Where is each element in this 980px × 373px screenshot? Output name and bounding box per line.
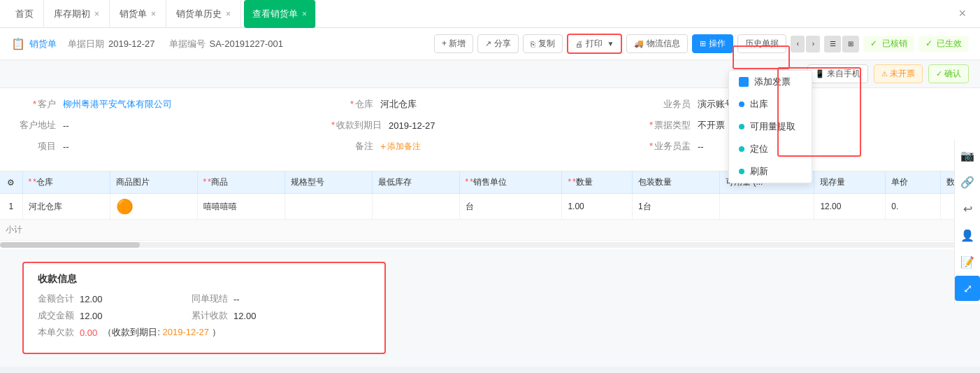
horizontal-scrollbar[interactable] xyxy=(0,242,980,248)
warehouse-field: 仓库 河北仓库 xyxy=(331,98,649,111)
from-phone-button[interactable]: 📱 来自手机 xyxy=(807,64,868,83)
td-min-stock xyxy=(372,194,459,220)
window-close-button[interactable]: × xyxy=(950,6,974,21)
current-due-item: 本单欠款 0.00 （收款到期日: 2019-12-27 ） xyxy=(38,326,317,339)
payment-section: 收款信息 金额合计 12.00 同单现结 -- 成交金额 12.00 累计收款 … xyxy=(0,249,980,367)
scrollbar-thumb[interactable] xyxy=(0,242,140,248)
not-open-button[interactable]: ⚠ 未开票 xyxy=(874,64,923,83)
due-date-label: 收款到期日 xyxy=(331,119,382,132)
doc-header: 📋 销货单 单据日期 2019-12-27 单据编号 SA-20191227-0… xyxy=(0,28,980,60)
refresh-label: 刷新 xyxy=(750,165,768,178)
dropdown-refresh[interactable]: 刷新 xyxy=(729,160,812,183)
customer-value[interactable]: 柳州粤港平安气体有限公司 xyxy=(63,98,172,111)
td-warehouse: 河北仓库 xyxy=(22,194,110,220)
sidebar-expand-icon[interactable]: ⤢ xyxy=(955,276,980,301)
sidebar-note-icon[interactable]: 📝 xyxy=(955,249,980,274)
td-product: 嘻嘻嘻嘻 xyxy=(197,194,284,220)
nav-prev-button[interactable]: ‹ xyxy=(791,36,805,52)
product-table: ⚙ *仓库 商品图片 *商品 规格型号 最低库存 *销售单位 *数量 包装数量 … xyxy=(0,171,980,241)
add-invoice-icon xyxy=(739,77,749,87)
same-order-item: 同单现结 -- xyxy=(192,293,317,305)
dropdown-outbound[interactable]: 出库 xyxy=(729,93,812,115)
share-button[interactable]: ↗ 分享 xyxy=(477,34,519,53)
cumulative-value: 12.00 xyxy=(233,311,257,321)
tab-inventory-close[interactable]: × xyxy=(94,9,99,19)
tab-view-sales-label: 查看销货单 xyxy=(252,8,298,20)
history-button[interactable]: 历史单据 xyxy=(737,34,786,53)
effective-label: 已生效 xyxy=(937,38,962,48)
operation-dropdown: 添加发票 出库 可用量提取 定位 刷新 xyxy=(728,70,812,183)
table-row: 1 河北仓库 🟠 嘻嘻嘻嘻 台 1.00 1台 12.00 0. xyxy=(0,194,980,220)
dropdown-locate[interactable]: 定位 xyxy=(729,138,812,160)
history-button-label: 历史单据 xyxy=(745,38,779,50)
table-header-row: ⚙ *仓库 商品图片 *商品 规格型号 最低库存 *销售单位 *数量 包装数量 … xyxy=(0,171,980,194)
product-image-icon: 🟠 xyxy=(116,199,134,214)
amount-total-label: 金额合计 xyxy=(38,293,74,305)
th-quantity: *数量 xyxy=(562,171,633,194)
tab-inventory[interactable]: 库存期初 × xyxy=(44,0,110,28)
warehouse-label: 仓库 xyxy=(331,98,373,111)
nav-next-button[interactable]: › xyxy=(806,36,820,52)
due-date-orange: 2019-12-27 xyxy=(163,327,210,337)
tab-sales-close[interactable]: × xyxy=(151,9,156,19)
due-date-value: 2019-12-27 xyxy=(389,120,435,131)
tab-history-close[interactable]: × xyxy=(226,9,231,19)
tab-view-sales[interactable]: 查看销货单 × xyxy=(244,0,316,28)
sidebar-link-icon[interactable]: 🔗 xyxy=(955,169,980,195)
view-single-button[interactable]: ☰ xyxy=(824,36,841,52)
tab-sales[interactable]: 销货单 × xyxy=(110,0,166,28)
customer-field: 客户 柳州粤港平安气体有限公司 xyxy=(14,98,331,111)
form-area: 客户 柳州粤港平安气体有限公司 仓库 河北仓库 业务员 演示账号 客户地址 --… xyxy=(0,88,980,171)
td-no: 1 xyxy=(0,194,22,220)
cancelled-badge: ✓ 已核销 xyxy=(863,36,914,52)
tab-history-label: 销货单历史 xyxy=(176,8,222,20)
ticket-type-label: 票据类型 xyxy=(649,119,691,132)
project-label: 项目 xyxy=(14,140,56,153)
dropdown-add-invoice[interactable]: 添加发票 xyxy=(729,71,812,93)
sidebar-return-icon[interactable]: ↩ xyxy=(955,196,980,221)
action-bar: 📱 来自手机 ⚠ 未开票 ✓ 确认 xyxy=(0,60,980,88)
doc-type-label: 销货单 xyxy=(29,38,57,50)
logistics-button[interactable]: 🚚 物流信息 xyxy=(626,34,688,53)
add-invoice-label: 添加发票 xyxy=(754,76,791,88)
locate-label: 定位 xyxy=(750,143,768,155)
sidebar-user-icon[interactable]: 👤 xyxy=(955,223,980,248)
form-row-2: 客户地址 -- 收款到期日 2019-12-27 票据类型 不开票 xyxy=(14,119,966,132)
sidebar-camera-icon[interactable]: 📷 xyxy=(955,143,980,168)
remarks-label: 备注 xyxy=(331,140,373,153)
operation-button[interactable]: ⊞ 操作 xyxy=(692,34,733,53)
confirm-button[interactable]: ✓ 确认 xyxy=(928,64,969,83)
tab-history[interactable]: 销货单历史 × xyxy=(166,0,241,28)
not-open-label: 未开票 xyxy=(890,68,915,80)
td-pack-qty: 1台 xyxy=(633,194,720,220)
th-settings[interactable]: ⚙ xyxy=(0,171,22,194)
td-available xyxy=(720,194,814,220)
table-wrap: ⚙ *仓库 商品图片 *商品 规格型号 最低库存 *销售单位 *数量 包装数量 … xyxy=(0,171,980,249)
customer-label: 客户 xyxy=(14,98,56,111)
copy-button[interactable]: ⎘ 复制 xyxy=(523,34,563,53)
th-unit: *销售单位 xyxy=(459,171,562,194)
th-product: *商品 xyxy=(197,171,284,194)
th-warehouse: *仓库 xyxy=(22,171,110,194)
td-current-stock: 12.00 xyxy=(814,194,886,220)
new-button[interactable]: + 新增 xyxy=(434,34,473,53)
view-grid-button[interactable]: ⊞ xyxy=(842,36,859,52)
doc-number-label: 单据编号 xyxy=(169,38,206,50)
dropdown-available-qty[interactable]: 可用量提取 xyxy=(729,115,812,138)
add-remark-button[interactable]: + 添加备注 xyxy=(380,141,421,153)
print-button[interactable]: 🖨 打印 ▼ xyxy=(567,34,622,54)
effective-badge: ✓ 已生效 xyxy=(918,36,969,52)
th-unit-price: 单价 xyxy=(886,171,941,194)
sales-label: 业务员盂 xyxy=(649,140,691,153)
outbound-label: 出库 xyxy=(750,98,768,111)
outbound-icon xyxy=(739,101,744,107)
remarks-field: 备注 + 添加备注 xyxy=(331,140,649,153)
address-label: 客户地址 xyxy=(14,119,56,132)
tab-home[interactable]: 首页 xyxy=(6,0,44,28)
tab-home-label: 首页 xyxy=(15,8,34,20)
th-current-stock: 现存量 xyxy=(814,171,886,194)
ticket-type-value: 不开票 xyxy=(698,119,725,132)
tab-view-sales-close[interactable]: × xyxy=(302,9,307,19)
right-sidebar: 📷 🔗 ↩ 👤 📝 ⤢ xyxy=(954,140,980,304)
project-value: -- xyxy=(63,141,69,152)
